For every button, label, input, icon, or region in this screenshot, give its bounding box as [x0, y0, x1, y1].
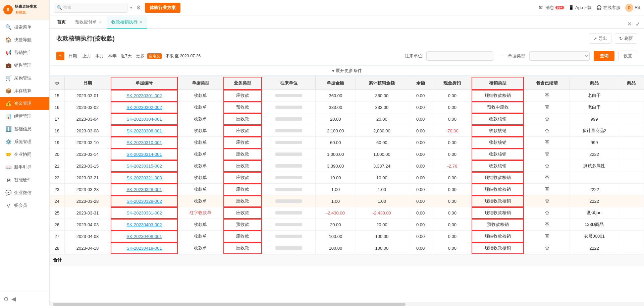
ops-mgmt-label: 经营管理 — [14, 113, 32, 119]
tab-receipt-verify[interactable]: 收款核销执行 ✕ — [107, 16, 147, 28]
row-included: 否 — [524, 90, 570, 102]
sidebar-item-smart-hw[interactable]: 🖥智能硬件 — [0, 174, 49, 186]
date-options-group: 上月 本月 本年 近7天 更多 自定义 — [81, 52, 162, 60]
bill-no-link[interactable]: SK-20230314-001 — [126, 152, 162, 157]
bill-no-link[interactable]: SK-20230328-002 — [126, 199, 162, 204]
bill-type-select[interactable] — [529, 51, 590, 61]
bill-no-link[interactable]: SK-20230403-002 — [126, 222, 162, 227]
industry-solution-button[interactable]: 体验行业方案 — [145, 3, 180, 13]
bill-no-link[interactable]: SK-20230408-001 — [126, 234, 162, 239]
sidebar-item-fund-mgmt[interactable]: 💰资金管理 — [0, 97, 49, 110]
row-bill-no: SK-20230418-001 — [111, 242, 178, 254]
wechat-label: 企业微信 — [14, 190, 32, 196]
date-this-year[interactable]: 本年 — [107, 52, 118, 60]
table-footer: 合计 — [50, 254, 644, 266]
sidebar-item-enterprise[interactable]: 🤝企业协同 — [0, 148, 49, 161]
export-button[interactable]: ↗ 导出 — [589, 34, 611, 44]
row-bill-type: 收款单 — [178, 102, 223, 113]
bill-no-link[interactable]: SK-20230308-001 — [126, 128, 162, 133]
vip-label: 畅会员 — [14, 202, 27, 208]
row-verify-amount: 360.00 — [356, 90, 408, 102]
sidebar-item-beginner[interactable]: 📖新手引导 — [0, 161, 49, 174]
row-product2 — [619, 90, 644, 102]
app-download-section[interactable]: 📱 App下载 — [569, 5, 592, 11]
row-amount: 1,000.00 — [315, 148, 356, 160]
refresh-button[interactable]: ↻ 刷新 — [615, 34, 637, 44]
sidebar-item-ops-mgmt[interactable]: 📊经营管理 — [0, 110, 49, 123]
page-title: 收款核销执行(按收款) — [56, 35, 115, 43]
row-partner — [262, 137, 315, 148]
row-biz-type: 应收款 — [223, 90, 262, 102]
bill-no-link[interactable]: SK-20230315-002 — [126, 164, 162, 169]
row-product2 — [619, 113, 644, 125]
sidebar-item-sys-mgmt[interactable]: ⚙️系统管理 — [0, 135, 49, 148]
row-num: 28 — [50, 242, 64, 254]
row-num: 15 — [50, 90, 64, 102]
sidebar-item-stock-calc[interactable]: 📦库存核算 — [0, 84, 49, 97]
filter-dots[interactable]: ··· — [497, 53, 504, 59]
row-bill-no: SK-20230308-001 — [111, 125, 178, 137]
collapse-icon[interactable]: ◀ — [11, 295, 16, 303]
bill-no-link[interactable]: SK-20230304-001 — [126, 117, 162, 122]
sidebar-item-basic-info[interactable]: ℹ️基础信息 — [0, 123, 49, 135]
horizontal-scrollbar[interactable] — [53, 303, 406, 306]
row-num: 19 — [50, 137, 64, 148]
tab-prepay-receipt[interactable]: 预收应付单 ✕ — [70, 16, 107, 28]
date-more[interactable]: 更多 — [135, 52, 146, 60]
basic-info-label: 基础信息 — [14, 126, 32, 132]
app-download-label: App下载 — [575, 5, 592, 11]
setting-button[interactable]: 设置 — [619, 51, 637, 61]
row-biz-type: 应收款 — [223, 148, 262, 160]
bill-no-link[interactable]: SK-20230418-001 — [126, 246, 162, 251]
row-bill-no: SK-20230321-003 — [111, 172, 178, 184]
date-7days[interactable]: 近7天 — [119, 52, 133, 60]
bill-no-link[interactable]: SK-20230302-002 — [126, 105, 162, 110]
date-this-month[interactable]: 本月 — [94, 52, 105, 60]
sidebar-item-purchase-mgmt[interactable]: 🛒采购管理 — [0, 72, 49, 84]
expand-more-button[interactable]: ▾ 展开更多条件 — [332, 68, 362, 74]
fullscreen-icon[interactable]: ⤢ — [634, 19, 641, 28]
table-row: 24 2023-03-28 SK-20230328-002 收款单 应收款 1.… — [50, 195, 644, 207]
topbar-dropdown-icon[interactable]: ▾ — [130, 5, 132, 10]
filter-expand-button[interactable]: » — [56, 52, 64, 60]
unit-input[interactable] — [426, 51, 493, 61]
table-settings-icon[interactable]: ⚙ — [55, 81, 59, 86]
date-custom-badge[interactable]: 自定义 — [147, 53, 162, 59]
close-tab-icon[interactable]: ✕ — [626, 19, 633, 28]
row-cash-discount: 0.00 — [433, 184, 472, 195]
tab-home[interactable]: 首页 — [52, 16, 70, 28]
prepay-tab-close[interactable]: ✕ — [99, 20, 102, 24]
row-balance: 0.00 — [408, 90, 433, 102]
online-service-section[interactable]: 🎧 在线客服 — [596, 5, 621, 11]
row-verify-amount: 1.00 — [356, 184, 408, 195]
row-included: 否 — [524, 148, 570, 160]
bill-no-link[interactable]: SK-20230331-002 — [126, 210, 162, 216]
sidebar-item-marketing[interactable]: 📢营销推广 — [0, 46, 49, 59]
bill-no-link[interactable]: SK-20230310-001 — [126, 140, 162, 145]
row-verify-amount: 333.00 — [356, 102, 408, 113]
sidebar-item-vip[interactable]: V畅会员 — [0, 199, 49, 212]
query-button[interactable]: 查询 — [594, 51, 614, 61]
user-section[interactable]: R Rit — [625, 4, 640, 12]
row-amount: -2,430.00 — [315, 207, 356, 219]
bill-no-link[interactable]: SK-20230321-003 — [126, 175, 162, 180]
sidebar-item-search-menu[interactable]: 🔍搜索菜单 — [0, 21, 49, 34]
row-date: 2023-04-18 — [64, 242, 111, 254]
row-partner — [262, 219, 315, 231]
receipt-tab-close[interactable]: ✕ — [140, 20, 143, 24]
scrollbar-row[interactable] — [50, 302, 644, 306]
bill-no-link[interactable]: SK-20230328-001 — [126, 187, 162, 192]
messages-section[interactable]: ✉ 消息 99+ — [539, 5, 564, 11]
bill-no-link[interactable]: SK-20230301-002 — [126, 93, 162, 98]
topbar-gear-icon[interactable]: ⚙ — [135, 3, 142, 12]
row-verify-type: 现结收款核销 — [472, 231, 524, 242]
date-last-month[interactable]: 上月 — [81, 52, 93, 60]
row-date: 2023-03-04 — [64, 113, 111, 125]
col-header-cash-discount: 现金折扣 — [433, 77, 472, 90]
row-product1: 2222 — [570, 195, 619, 207]
sidebar-item-wechat[interactable]: 💬企业微信 — [0, 186, 49, 199]
row-biz-type: 应收款 — [223, 207, 262, 219]
sidebar-item-sales-mgmt[interactable]: 💼销售管理 — [0, 59, 49, 72]
settings-icon[interactable]: ⚙ — [3, 295, 9, 303]
sidebar-item-quick-nav[interactable]: 🏠快捷导航 — [0, 34, 49, 46]
